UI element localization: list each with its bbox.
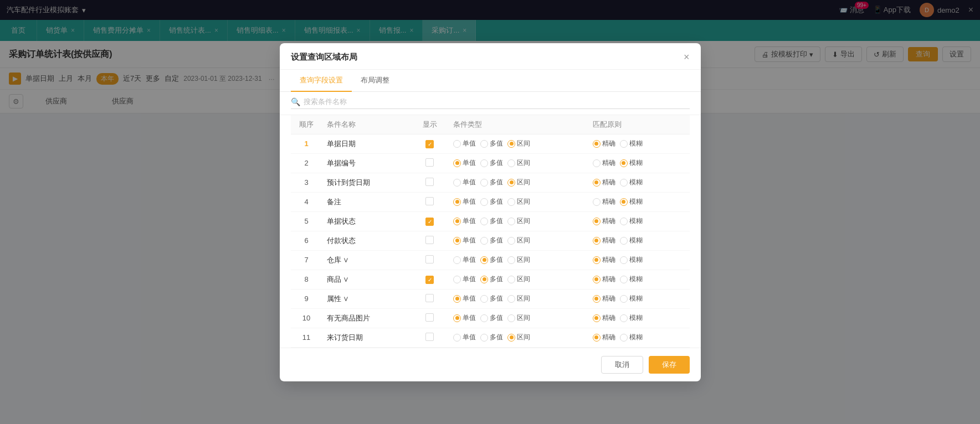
checkbox-10[interactable] [425, 333, 434, 341]
row-seq-4: 5 [291, 211, 322, 231]
row-display-5[interactable] [411, 231, 449, 250]
radio-match-精确-0[interactable]: 精确 [593, 139, 615, 148]
radio-type-单值-3[interactable]: 单值 [453, 197, 476, 206]
radio-type-区间-6[interactable]: 区间 [507, 255, 530, 265]
radio-type-单值-0[interactable]: 单值 [453, 139, 476, 148]
radio-match-精确-7[interactable]: 精确 [593, 275, 615, 284]
checkbox-5[interactable] [425, 236, 434, 244]
row-name-6: 仓库 ∨ [322, 250, 411, 270]
checkbox-2[interactable] [425, 178, 434, 186]
radio-type-多值-0[interactable]: 多值 [480, 139, 503, 148]
row-match-1: 精确模糊 [588, 153, 690, 173]
row-type-9: 单值多值区间 [449, 308, 588, 328]
radio-match-模糊-3[interactable]: 模糊 [620, 197, 643, 206]
radio-match-精确-3[interactable]: 精确 [593, 197, 615, 206]
table-row: 11来订货日期单值多值区间精确模糊 [291, 328, 690, 347]
row-display-7[interactable] [411, 270, 449, 289]
checkbox-7[interactable] [425, 276, 434, 284]
radio-type-多值-9[interactable]: 多值 [480, 313, 503, 323]
radio-match-精确-6[interactable]: 精确 [593, 255, 615, 265]
radio-type-区间-7[interactable]: 区间 [507, 275, 530, 284]
radio-type-单值-9[interactable]: 单值 [453, 313, 476, 323]
row-display-3[interactable] [411, 192, 449, 211]
radio-match-模糊-10[interactable]: 模糊 [620, 333, 643, 342]
radio-type-多值-7[interactable]: 多值 [480, 275, 503, 284]
radio-match-精确-9[interactable]: 精确 [593, 313, 615, 323]
checkbox-4[interactable] [425, 218, 434, 226]
radio-type-多值-1[interactable]: 多值 [480, 158, 503, 168]
radio-type-单值-8[interactable]: 单值 [453, 294, 476, 303]
radio-type-多值-2[interactable]: 多值 [480, 178, 503, 187]
radio-match-模糊-8[interactable]: 模糊 [620, 294, 643, 303]
radio-match-精确-10[interactable]: 精确 [593, 333, 615, 342]
radio-match-精确-4[interactable]: 精确 [593, 216, 615, 226]
radio-type-多值-5[interactable]: 多值 [480, 236, 503, 245]
row-display-0[interactable] [411, 134, 449, 153]
row-display-9[interactable] [411, 308, 449, 328]
checkbox-3[interactable] [425, 197, 434, 205]
row-seq-2: 3 [291, 173, 322, 192]
radio-type-单值-4[interactable]: 单值 [453, 216, 476, 226]
row-display-4[interactable] [411, 211, 449, 231]
radio-type-区间-2[interactable]: 区间 [507, 178, 530, 187]
radio-type-多值-10[interactable]: 多值 [480, 333, 503, 342]
radio-match-模糊-2[interactable]: 模糊 [620, 178, 643, 187]
row-seq-3: 4 [291, 192, 322, 211]
radio-type-区间-1[interactable]: 区间 [507, 158, 530, 168]
row-seq-1: 2 [291, 153, 322, 173]
row-display-2[interactable] [411, 173, 449, 192]
table-row: 8商品 ∨单值多值区间精确模糊 [291, 270, 690, 289]
conditions-table: 顺序 条件名称 显示 条件类型 匹配原则 1单据日期单值多值区间精确模糊2单据编… [291, 115, 690, 348]
radio-type-单值-2[interactable]: 单值 [453, 178, 476, 187]
checkbox-9[interactable] [425, 313, 434, 322]
row-name-0: 单据日期 [322, 134, 411, 153]
radio-type-多值-3[interactable]: 多值 [480, 197, 503, 206]
radio-type-区间-4[interactable]: 区间 [507, 216, 530, 226]
cancel-button[interactable]: 取消 [601, 356, 643, 374]
radio-type-多值-8[interactable]: 多值 [480, 294, 503, 303]
radio-type-区间-5[interactable]: 区间 [507, 236, 530, 245]
radio-match-精确-2[interactable]: 精确 [593, 178, 615, 187]
radio-type-区间-8[interactable]: 区间 [507, 294, 530, 303]
row-display-8[interactable] [411, 289, 449, 308]
checkbox-1[interactable] [425, 158, 434, 167]
checkbox-0[interactable] [425, 140, 434, 148]
row-name-3: 备注 [322, 192, 411, 211]
row-display-6[interactable] [411, 250, 449, 270]
radio-type-单值-7[interactable]: 单值 [453, 275, 476, 284]
row-match-3: 精确模糊 [588, 192, 690, 211]
radio-match-精确-8[interactable]: 精确 [593, 294, 615, 303]
radio-match-模糊-1[interactable]: 模糊 [620, 158, 643, 168]
table-row: 4备注单值多值区间精确模糊 [291, 192, 690, 211]
radio-type-单值-10[interactable]: 单值 [453, 333, 476, 342]
checkbox-8[interactable] [425, 294, 434, 302]
row-display-10[interactable] [411, 328, 449, 347]
radio-type-多值-6[interactable]: 多值 [480, 255, 503, 265]
radio-type-多值-4[interactable]: 多值 [480, 216, 503, 226]
dialog-close-button[interactable]: × [684, 52, 690, 62]
radio-type-区间-9[interactable]: 区间 [507, 313, 530, 323]
radio-type-区间-3[interactable]: 区间 [507, 197, 530, 206]
radio-type-单值-1[interactable]: 单值 [453, 158, 476, 168]
radio-match-模糊-4[interactable]: 模糊 [620, 216, 643, 226]
radio-match-模糊-0[interactable]: 模糊 [620, 139, 643, 148]
radio-match-精确-5[interactable]: 精确 [593, 236, 615, 245]
save-button[interactable]: 保存 [649, 356, 690, 374]
radio-type-单值-5[interactable]: 单值 [453, 236, 476, 245]
row-display-1[interactable] [411, 153, 449, 173]
dialog-tab-field-settings[interactable]: 查询字段设置 [291, 70, 352, 92]
radio-match-模糊-5[interactable]: 模糊 [620, 236, 643, 245]
radio-type-单值-6[interactable]: 单值 [453, 255, 476, 265]
row-match-8: 精确模糊 [588, 289, 690, 308]
radio-match-精确-1[interactable]: 精确 [593, 158, 615, 168]
radio-type-区间-10[interactable]: 区间 [507, 333, 530, 342]
table-row: 2单据编号单值多值区间精确模糊 [291, 153, 690, 173]
dialog-tab-layout[interactable]: 布局调整 [352, 70, 398, 92]
search-input[interactable] [304, 97, 414, 106]
radio-type-区间-0[interactable]: 区间 [507, 139, 530, 148]
checkbox-6[interactable] [425, 255, 434, 263]
radio-match-模糊-6[interactable]: 模糊 [620, 255, 643, 265]
row-type-0: 单值多值区间 [449, 134, 588, 153]
radio-match-模糊-9[interactable]: 模糊 [620, 313, 643, 323]
radio-match-模糊-7[interactable]: 模糊 [620, 275, 643, 284]
